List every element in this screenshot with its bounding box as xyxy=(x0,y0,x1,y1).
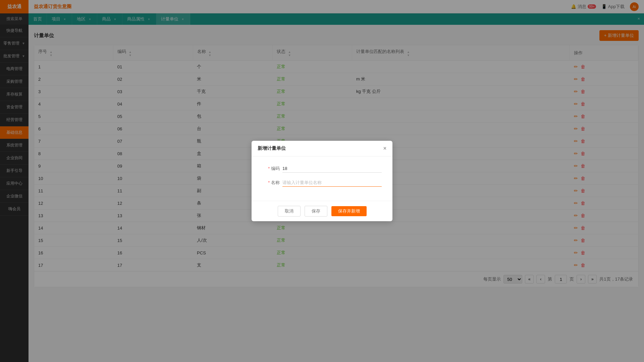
cancel-button[interactable]: 取消 xyxy=(278,206,301,217)
modal-close-button[interactable]: × xyxy=(383,146,386,151)
name-label: 名称 xyxy=(262,180,282,186)
modal-overlay[interactable]: 新增计量单位 × 编码 名称 取消 保存 保存并新增 xyxy=(0,0,644,362)
modal-footer: 取消 保存 保存并新增 xyxy=(252,201,392,221)
modal-body: 编码 名称 xyxy=(252,157,392,201)
modal-title: 新增计量单位 xyxy=(258,145,286,152)
save-button[interactable]: 保存 xyxy=(305,206,327,217)
form-item-code: 编码 xyxy=(262,165,382,173)
add-unit-modal: 新增计量单位 × 编码 名称 取消 保存 保存并新增 xyxy=(252,141,392,221)
code-label: 编码 xyxy=(262,166,282,172)
name-input[interactable] xyxy=(282,179,382,187)
form-item-name: 名称 xyxy=(262,179,382,187)
code-input[interactable] xyxy=(282,165,382,173)
modal-header: 新增计量单位 × xyxy=(252,141,392,157)
save-and-new-button[interactable]: 保存并新增 xyxy=(331,206,367,216)
